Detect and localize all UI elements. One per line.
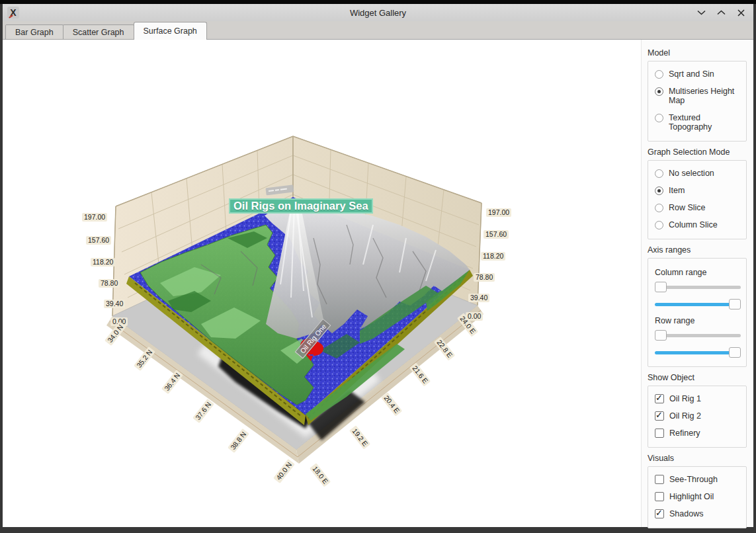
slider-thumb[interactable] — [655, 282, 667, 292]
model-group-label: Model — [648, 48, 747, 58]
visuals-group-label: Visuals — [648, 454, 747, 463]
checkbox-highlight-oil[interactable]: ✓ Highlight Oil — [655, 492, 741, 501]
value-tick: 197.00 — [486, 208, 511, 217]
column-range-min-slider[interactable] — [655, 282, 741, 293]
value-tick: 157.60 — [483, 230, 509, 239]
titlebar[interactable]: X Widget Gallery — [3, 4, 753, 21]
show-object-group-label: Show Object — [648, 373, 747, 382]
app-window: X Widget Gallery Bar Graph Scatter Graph… — [0, 0, 756, 533]
row-range-label: Row range — [655, 316, 741, 325]
checkbox-label: Oil Rig 1 — [669, 394, 701, 403]
tab-page-surface-graph: Oil Rigs on Imaginary Sea Oil Rig One 19… — [3, 40, 753, 527]
checkbox-icon: ✓ — [655, 509, 664, 518]
close-icon[interactable] — [736, 8, 745, 17]
checkbox-label: Shadows — [669, 509, 703, 518]
column-range-max-slider[interactable] — [655, 299, 741, 310]
slider-track[interactable] — [655, 334, 741, 337]
tab-label: Scatter Graph — [73, 28, 124, 37]
radio-no-selection[interactable]: No selection — [655, 169, 741, 178]
radio-label: Textured Topography — [669, 113, 741, 132]
checkbox-icon: ✓ — [655, 429, 664, 438]
tab-bar-graph[interactable]: Bar Graph — [5, 24, 63, 39]
model-group: Sqrt and Sin Multiseries Height Map Text… — [648, 61, 747, 142]
surface-graph-viewport[interactable]: Oil Rigs on Imaginary Sea Oil Rig One 19… — [3, 40, 641, 527]
checkmark-icon: ✓ — [655, 410, 663, 420]
maximize-icon[interactable] — [716, 8, 726, 17]
tab-bar: Bar Graph Scatter Graph Surface Graph — [3, 21, 753, 40]
value-tick: 78.80 — [99, 279, 120, 288]
radio-label: No selection — [669, 169, 714, 178]
radio-icon — [655, 114, 663, 122]
slider-track[interactable] — [655, 303, 741, 306]
radio-label: Multiseries Height Map — [669, 87, 741, 105]
checkbox-see-through[interactable]: ✓ See-Through — [655, 475, 741, 484]
radio-icon — [655, 169, 663, 178]
checkbox-label: Oil Rig 2 — [669, 411, 701, 421]
radio-label: Item — [669, 186, 685, 195]
radio-label: Sqrt and Sin — [669, 69, 714, 79]
checkmark-icon: ✓ — [655, 393, 663, 403]
radio-column-slice[interactable]: Column Slice — [655, 220, 741, 229]
tab-label: Surface Graph — [144, 26, 197, 36]
value-tick: 78.80 — [474, 273, 495, 282]
visuals-group: ✓ See-Through ✓ Highlight Oil ✓ Shadows — [648, 466, 747, 528]
slider-thumb[interactable] — [729, 347, 741, 358]
checkbox-icon: ✓ — [655, 411, 664, 421]
radio-sqrt-and-sin[interactable]: Sqrt and Sin — [655, 69, 741, 79]
control-panel: Model Sqrt and Sin Multiseries Height Ma… — [641, 40, 753, 527]
show-object-group: ✓ Oil Rig 1 ✓ Oil Rig 2 ✓ Refinery — [648, 386, 747, 448]
radio-icon — [655, 186, 663, 195]
checkbox-label: See-Through — [669, 475, 718, 484]
value-tick: 197.00 — [82, 213, 107, 222]
value-tick: 118.20 — [91, 258, 115, 266]
value-tick: 157.60 — [86, 236, 111, 245]
checkmark-icon: ✓ — [655, 508, 663, 518]
radio-row-slice[interactable]: Row Slice — [655, 203, 741, 212]
checkbox-icon: ✓ — [655, 492, 664, 501]
checkbox-label: Refinery — [669, 429, 700, 438]
row-range-min-slider[interactable] — [655, 330, 741, 341]
checkbox-icon: ✓ — [655, 394, 664, 403]
checkbox-icon: ✓ — [655, 475, 664, 484]
radio-label: Row Slice — [669, 203, 706, 212]
slider-track[interactable] — [655, 351, 741, 354]
radio-icon — [655, 204, 663, 212]
value-tick: 118.20 — [481, 252, 505, 261]
axis-ranges-group: Column range Row range — [648, 258, 747, 367]
window-controls — [696, 8, 753, 17]
selection-mode-group: No selection Item Row Slice Column Slice — [648, 160, 747, 239]
value-tick: 39.40 — [104, 300, 125, 308]
checkbox-label: Highlight Oil — [669, 492, 714, 501]
radio-textured-topography[interactable]: Textured Topography — [655, 113, 741, 132]
radio-multiseries-height-map[interactable]: Multiseries Height Map — [655, 87, 741, 105]
slider-thumb[interactable] — [655, 330, 667, 341]
minimize-icon[interactable] — [696, 8, 706, 17]
axis-ranges-group-label: Axis ranges — [648, 245, 747, 255]
radio-icon — [655, 221, 663, 229]
checkbox-oil-rig-1[interactable]: ✓ Oil Rig 1 — [655, 394, 741, 403]
value-tick: 39.40 — [468, 294, 489, 302]
graph-title-badge: Oil Rigs on Imaginary Sea — [229, 198, 373, 214]
radio-label: Column Slice — [669, 220, 718, 229]
radio-item[interactable]: Item — [655, 186, 741, 195]
slider-track[interactable] — [655, 286, 741, 289]
radio-icon — [655, 70, 663, 79]
tab-surface-graph[interactable]: Surface Graph — [134, 22, 207, 40]
radio-icon — [655, 87, 663, 96]
slider-thumb[interactable] — [729, 299, 741, 309]
tab-label: Bar Graph — [15, 28, 54, 37]
window-title: Widget Gallery — [3, 8, 753, 18]
checkbox-shadows[interactable]: ✓ Shadows — [655, 509, 741, 518]
checkbox-oil-rig-2[interactable]: ✓ Oil Rig 2 — [655, 411, 741, 421]
selection-mode-group-label: Graph Selection Mode — [648, 147, 747, 157]
column-range-label: Column range — [655, 268, 741, 277]
tab-scatter-graph[interactable]: Scatter Graph — [63, 24, 134, 39]
checkbox-refinery[interactable]: ✓ Refinery — [655, 429, 741, 438]
row-range-max-slider[interactable] — [655, 347, 741, 358]
